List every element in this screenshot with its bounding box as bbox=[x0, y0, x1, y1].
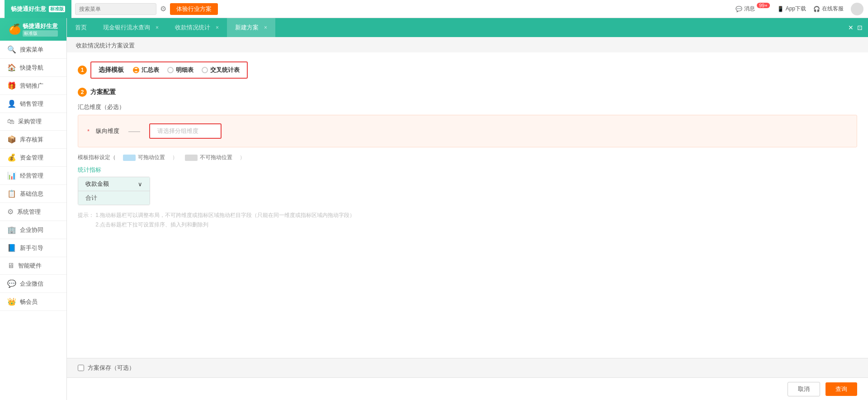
top-bar-left: 畅捷通好生意 标准版 ⚙ 体验行业方案 bbox=[5, 0, 218, 18]
step2-title: 2 方案配置 bbox=[78, 88, 857, 97]
dimension-row: * 纵向维度 —— 请选择分组维度 bbox=[87, 123, 848, 139]
query-button[interactable]: 查询 bbox=[826, 382, 857, 396]
search-input[interactable] bbox=[75, 3, 156, 15]
tab-new-plan-close[interactable]: × bbox=[264, 24, 267, 31]
service-icon: 🎧 bbox=[813, 6, 820, 12]
sidebar-item-baseinfo-label: 基础信息 bbox=[20, 190, 43, 198]
tip-1: 提示： 1.拖动标题栏可以调整布局，不可跨维度或指标区域拖动栏目字段（只能在同一… bbox=[78, 212, 857, 219]
sidebar-app-badge: 标准版 bbox=[23, 30, 58, 37]
gear-icon: ⚙ bbox=[7, 207, 14, 216]
total-label: 合计 bbox=[85, 194, 97, 201]
sidebar-item-baseinfo[interactable]: 📋 基础信息 bbox=[0, 185, 66, 203]
messages-item[interactable]: 💬 消息 99+ bbox=[736, 5, 770, 13]
tab-stats[interactable]: 收款情况统计 × bbox=[167, 18, 227, 37]
form-container: 1 选择模板 汇总表 明细表 bbox=[67, 52, 868, 358]
maximize-window-icon[interactable]: ⊡ bbox=[857, 24, 863, 31]
sidebar-item-system[interactable]: ⚙ 系统管理 bbox=[0, 203, 66, 221]
sidebar-item-operations[interactable]: 📊 经营管理 bbox=[0, 167, 66, 185]
tab-stats-label: 收款情况统计 bbox=[175, 24, 210, 32]
dimension-box: * 纵向维度 —— 请选择分组维度 bbox=[78, 115, 857, 147]
tab-new-plan[interactable]: 新建方案 × bbox=[227, 18, 275, 37]
industry-btn[interactable]: 体验行业方案 bbox=[170, 3, 218, 15]
radio-detail[interactable]: 明细表 bbox=[167, 66, 193, 74]
dimension-section-label: 汇总维度（必选） bbox=[78, 103, 857, 111]
bag-icon: 🛍 bbox=[7, 118, 14, 126]
column-dropdown-icon[interactable]: ∨ bbox=[138, 181, 142, 188]
radio-summary-dot bbox=[133, 67, 139, 73]
user-avatar[interactable] bbox=[851, 3, 863, 15]
sidebar-item-marketing-label: 营销推广 bbox=[20, 82, 43, 90]
sidebar-item-inventory[interactable]: 📦 库存核算 bbox=[0, 131, 66, 149]
messages-label: 消息 bbox=[744, 5, 755, 13]
person-icon: 👤 bbox=[7, 99, 16, 108]
tab-cash-query[interactable]: 现金银行流水查询 × bbox=[95, 18, 167, 37]
radio-summary-label: 汇总表 bbox=[142, 66, 159, 74]
sidebar-app-name: 畅捷通好生意 bbox=[23, 22, 58, 30]
step1-number: 1 bbox=[78, 66, 87, 75]
sidebar-item-quicknav[interactable]: 🏠 快捷导航 bbox=[0, 59, 66, 77]
book-icon: 📘 bbox=[7, 244, 16, 252]
settings-icon[interactable]: ⚙ bbox=[160, 5, 166, 13]
sidebar-item-search[interactable]: 🔍 搜索菜单 bbox=[0, 41, 66, 59]
sidebar-item-search-label: 搜索菜单 bbox=[20, 46, 43, 54]
step2-section: 2 方案配置 汇总维度（必选） * 纵向维度 —— 请选择分组维度 bbox=[78, 88, 857, 229]
cancel-button[interactable]: 取消 bbox=[788, 382, 820, 396]
sidebar-item-hardware-label: 智能硬件 bbox=[18, 262, 42, 270]
step1-section: 1 选择模板 汇总表 明细表 bbox=[78, 61, 857, 79]
tab-cash-query-close[interactable]: × bbox=[156, 24, 159, 31]
download-item[interactable]: 📱 App下载 bbox=[777, 5, 806, 13]
legend-fixed-label: 不可拖动位置 bbox=[200, 154, 232, 161]
sidebar-item-member[interactable]: 👑 畅会员 bbox=[0, 293, 66, 311]
sidebar-item-sales-label: 销售管理 bbox=[20, 100, 43, 108]
download-label: App下载 bbox=[786, 5, 806, 13]
monitor-icon: 🖥 bbox=[7, 262, 14, 270]
indicator-total-cell: 合计 bbox=[78, 191, 150, 205]
radio-crosstab[interactable]: 交叉统计表 bbox=[202, 66, 240, 74]
radio-crosstab-label: 交叉统计表 bbox=[210, 66, 240, 74]
wechat-icon: 💬 bbox=[7, 279, 16, 288]
dimension-placeholder: 请选择分组维度 bbox=[157, 127, 198, 134]
sidebar-item-enterprise[interactable]: 🏢 企业协同 bbox=[0, 221, 66, 239]
tab-new-plan-label: 新建方案 bbox=[235, 24, 259, 32]
crown-icon: 👑 bbox=[7, 297, 16, 306]
main-layout: 🍊 畅捷通好生意 标准版 🔍 搜索菜单 🏠 快捷导航 🎁 营销推广 👤 销售管理… bbox=[0, 18, 868, 400]
legend-separator: ） bbox=[172, 154, 178, 161]
indicator-header[interactable]: 收款金额 ∨ bbox=[78, 177, 150, 191]
sidebar-item-inventory-label: 库存核算 bbox=[20, 136, 43, 144]
sidebar-item-finance[interactable]: 💰 资金管理 bbox=[0, 149, 66, 167]
step1-label: 选择模板 bbox=[99, 66, 124, 74]
sidebar-item-wechat[interactable]: 💬 企业微信 bbox=[0, 275, 66, 293]
save-checkbox[interactable] bbox=[78, 365, 84, 371]
tip-2: 提示： 2.点击标题栏下拉可设置排序、插入列和删除列 bbox=[78, 221, 857, 229]
sidebar-item-purchase-label: 采购管理 bbox=[18, 118, 42, 126]
step1-title: 1 选择模板 汇总表 明细表 bbox=[78, 61, 857, 79]
indicator-settings-label: 模板指标设定（ bbox=[78, 154, 116, 161]
sidebar-item-guide[interactable]: 📘 新手引导 bbox=[0, 239, 66, 257]
template-options-box: 选择模板 汇总表 明细表 bbox=[90, 61, 248, 79]
save-section: 方案保存（可选） bbox=[67, 358, 868, 377]
tab-home-label: 首页 bbox=[75, 24, 87, 32]
sidebar-item-sales[interactable]: 👤 销售管理 bbox=[0, 95, 66, 113]
draggable-indicator bbox=[123, 155, 136, 161]
sidebar: 🍊 畅捷通好生意 标准版 🔍 搜索菜单 🏠 快捷导航 🎁 营销推广 👤 销售管理… bbox=[0, 18, 67, 400]
download-icon: 📱 bbox=[777, 6, 784, 12]
radio-detail-label: 明细表 bbox=[176, 66, 193, 74]
sidebar-item-enterprise-label: 企业协同 bbox=[20, 226, 43, 234]
tab-stats-close[interactable]: × bbox=[216, 24, 219, 31]
service-item[interactable]: 🎧 在线客服 bbox=[813, 5, 844, 13]
sidebar-item-hardware[interactable]: 🖥 智能硬件 bbox=[0, 257, 66, 275]
fixed-indicator bbox=[185, 155, 198, 161]
dimension-select[interactable]: 请选择分组维度 bbox=[149, 123, 222, 139]
content-area: 收款情况统计方案设置 1 选择模板 汇总表 bbox=[67, 37, 868, 400]
radio-summary[interactable]: 汇总表 bbox=[133, 66, 159, 74]
sidebar-logo-full: 🍊 畅捷通好生意 标准版 bbox=[0, 18, 66, 41]
tips-section: 提示： 1.拖动标题栏可以调整布局，不可跨维度或指标区域拖动栏目字段（只能在同一… bbox=[78, 212, 857, 229]
legend-close: ） bbox=[240, 154, 245, 161]
tab-home[interactable]: 首页 bbox=[67, 18, 95, 37]
tab-cash-query-label: 现金银行流水查询 bbox=[103, 24, 150, 32]
breadcrumb: 收款情况统计方案设置 bbox=[76, 42, 135, 49]
sidebar-item-marketing[interactable]: 🎁 营销推广 bbox=[0, 77, 66, 95]
close-window-icon[interactable]: ✕ bbox=[848, 24, 854, 31]
tip-2-text: 2.点击标题栏下拉可设置排序、插入列和删除列 bbox=[95, 221, 208, 228]
sidebar-item-purchase[interactable]: 🛍 采购管理 bbox=[0, 113, 66, 131]
